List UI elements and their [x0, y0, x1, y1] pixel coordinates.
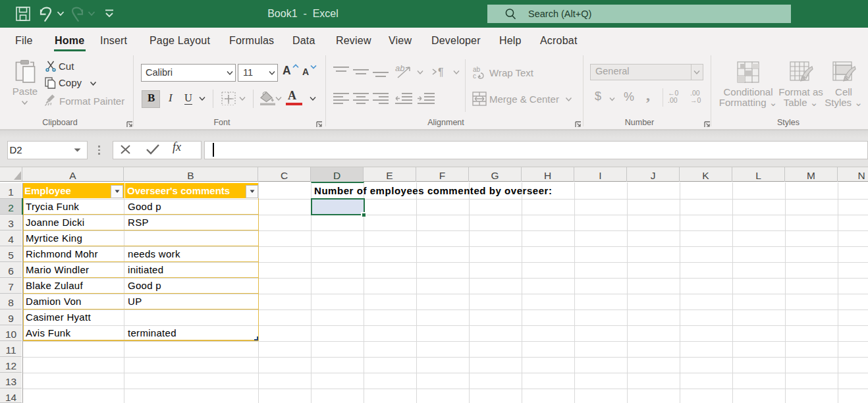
svg-text:c: c	[473, 72, 476, 79]
svg-text:¶: ¶	[438, 67, 444, 78]
svg-text:ab: ab	[395, 63, 404, 73]
